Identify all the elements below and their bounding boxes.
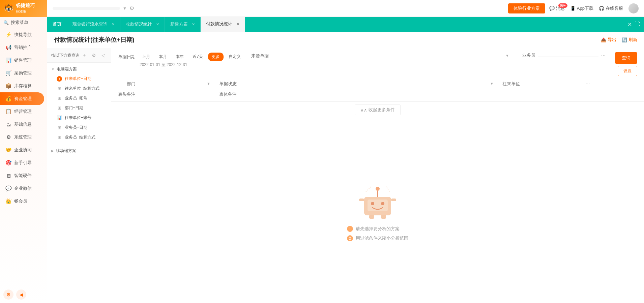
address-bar[interactable] bbox=[53, 7, 120, 10]
tab-new-scheme-label: 新建方案 bbox=[170, 21, 188, 27]
settings-btn[interactable]: 设置 bbox=[618, 66, 637, 76]
doc-status-arrow-icon: ▼ bbox=[490, 82, 494, 86]
partner-input[interactable] bbox=[523, 82, 583, 85]
scheme-add-btn[interactable]: ＋ bbox=[81, 52, 88, 59]
scheme-item-salesman-account[interactable]: ⊞ 业务员+账号 bbox=[47, 93, 111, 103]
sidebar-item-label: 快捷导航 bbox=[14, 32, 32, 38]
sidebar-item-sales[interactable]: 📊 销售管理 bbox=[0, 54, 47, 67]
tab-bank-flow[interactable]: 现金银行流水查询 ✕ bbox=[67, 17, 120, 32]
scheme-item-partner-settle[interactable]: ⊞ 往来单位+结算方式 bbox=[47, 84, 111, 93]
sidebar-item-label: 智能硬件 bbox=[14, 173, 32, 179]
user-avatar[interactable] bbox=[628, 3, 639, 13]
salesman-date-icon: ⊞ bbox=[57, 125, 62, 130]
date-buttons-row: 上月 本月 本年 近7天 更多 自定义 bbox=[138, 52, 244, 61]
sidebar-item-enterprise[interactable]: 🤝 企业协同 bbox=[0, 144, 47, 156]
date-this-month-btn[interactable]: 本月 bbox=[155, 52, 171, 61]
app-download-btn[interactable]: 📱 App下载 bbox=[570, 5, 593, 11]
page-title: 付款情况统计(往来单位+日期) bbox=[54, 36, 135, 44]
scheme-item-partner-date[interactable]: ● 往来单位+日期 bbox=[47, 74, 111, 84]
scheme-item-salesman-date[interactable]: ⊞ 业务员+日期 bbox=[47, 123, 111, 132]
collapse-btn[interactable]: ∧∧ 收起更多条件 bbox=[355, 104, 401, 115]
sidebar-item-label: 新手引导 bbox=[14, 160, 32, 166]
app-icon: 📱 bbox=[570, 6, 576, 11]
empty-hints: 1 请先选择要分析的方案 2 用过滤条件来缩小分析范围 bbox=[347, 226, 408, 241]
scheme-panel-header: 按以下方案查询 ＋ ⚙ ◁ bbox=[47, 48, 111, 63]
sidebar-item-finance[interactable]: 💰 资金管理 bbox=[0, 92, 44, 105]
tab-maximize-btn[interactable]: ⛶ bbox=[635, 21, 640, 27]
export-btn[interactable]: 📤 导出 bbox=[601, 37, 616, 43]
dept-date-icon: ⊞ bbox=[57, 105, 62, 111]
empty-hint-2: 2 用过滤条件来缩小分析范围 bbox=[347, 235, 408, 241]
salesperson-label: 业务员 bbox=[518, 52, 535, 58]
message-btn[interactable]: 💬 消息 99+ bbox=[549, 5, 565, 11]
date-last-month-btn[interactable]: 上月 bbox=[138, 52, 154, 61]
date-this-year-btn[interactable]: 本年 bbox=[172, 52, 187, 61]
scheme-settings-btn[interactable]: ⚙ bbox=[90, 52, 97, 59]
dept-select[interactable]: ▼ bbox=[138, 80, 212, 87]
body-notes-input[interactable] bbox=[239, 93, 496, 96]
sidebar-item-inventory[interactable]: 📦 库存核算 bbox=[0, 80, 47, 92]
sidebar-item-operation[interactable]: 📋 经营管理 bbox=[0, 105, 47, 118]
refresh-btn[interactable]: 🔄 刷新 bbox=[622, 37, 637, 43]
sidebar-search[interactable]: 🔍 搜索菜单 bbox=[0, 17, 47, 28]
header-notes-input[interactable] bbox=[138, 93, 212, 96]
tab-new-scheme[interactable]: 新建方案 ✕ bbox=[165, 17, 201, 32]
topbar-settings-icon[interactable]: ⚙ bbox=[129, 5, 134, 11]
sidebar-settings-btn[interactable]: ⚙ bbox=[3, 290, 13, 300]
scheme-group-mobile-header[interactable]: ▶ 移动端方案 bbox=[47, 146, 111, 155]
mobile-group-label: 移动端方案 bbox=[56, 148, 76, 154]
source-doc-select[interactable]: ▼ bbox=[271, 52, 511, 59]
empty-illustration bbox=[357, 180, 398, 220]
tab-home[interactable]: 首页 bbox=[47, 17, 67, 32]
svg-rect-7 bbox=[391, 199, 396, 201]
scheme-group-desktop-header[interactable]: ▼ 电脑端方案 bbox=[47, 65, 111, 74]
sidebar-item-marketing[interactable]: 📢 营销推广 bbox=[0, 41, 47, 54]
sidebar-item-label: 基础信息 bbox=[14, 121, 32, 127]
salesperson-input[interactable] bbox=[538, 54, 598, 57]
wechat-icon: 💬 bbox=[5, 185, 11, 191]
tab-receipt-stats-close[interactable]: ✕ bbox=[156, 22, 159, 27]
sidebar-item-purchase[interactable]: 🛒 采购管理 bbox=[0, 67, 47, 80]
doc-status-select[interactable]: ▼ bbox=[239, 80, 496, 87]
scheme-collapse-panel-btn[interactable]: ◁ bbox=[99, 52, 107, 59]
partner-settle-icon: ⊞ bbox=[57, 86, 62, 91]
tab-new-scheme-close[interactable]: ✕ bbox=[192, 22, 195, 27]
tab-receipt-stats[interactable]: 收款情况统计 ✕ bbox=[120, 17, 165, 32]
refresh-label: 刷新 bbox=[628, 37, 637, 43]
tabbar: 首页 现金银行流水查询 ✕ 收款情况统计 ✕ 新建方案 ✕ 付款情况统计 ✕ ✕… bbox=[47, 17, 644, 32]
sidebar-item-quick-nav[interactable]: ⚡ 快捷导航 bbox=[0, 28, 47, 41]
salesperson-dots-btn[interactable]: ··· bbox=[601, 52, 606, 58]
sidebar-item-basic-info[interactable]: 🗂 基础信息 bbox=[0, 118, 47, 131]
scheme-item-label: 往来单位+结算方式 bbox=[65, 86, 99, 91]
sidebar-item-label: 采购管理 bbox=[14, 70, 32, 76]
partner-dots-btn[interactable]: ··· bbox=[586, 81, 590, 87]
tab-close-all-btn[interactable]: ✕ bbox=[627, 21, 632, 28]
sidebar-item-system[interactable]: ⚙ 系统管理 bbox=[0, 131, 47, 144]
scheme-item-label: 往来单位+账号 bbox=[65, 115, 91, 121]
query-btn[interactable]: 查询 bbox=[615, 52, 637, 64]
tab-payment-stats-close[interactable]: ✕ bbox=[236, 22, 239, 26]
sidebar-item-hardware[interactable]: 🖥 智能硬件 bbox=[0, 169, 47, 182]
svg-point-2 bbox=[371, 202, 374, 205]
scheme-header-label: 按以下方案查询 bbox=[51, 53, 80, 58]
export-icon: 📤 bbox=[601, 37, 606, 42]
scheme-item-partner-account[interactable]: 📊 往来单位+账号 bbox=[47, 113, 111, 123]
service-btn[interactable]: 🎧 在线客服 bbox=[599, 5, 623, 11]
scheme-item-salesman-settle[interactable]: ⊞ 业务员+结算方式 bbox=[47, 132, 111, 142]
tab-bank-flow-close[interactable]: ✕ bbox=[112, 22, 115, 27]
sidebar-item-guide[interactable]: 🎯 新手引导 bbox=[0, 156, 47, 169]
body-notes-label: 表体备注 bbox=[219, 91, 237, 97]
date-custom-btn[interactable]: 自定义 bbox=[225, 52, 244, 61]
industry-btn[interactable]: 体验行业方案 bbox=[508, 3, 545, 13]
sidebar-item-wechat[interactable]: 💬 企业微信 bbox=[0, 182, 47, 195]
scheme-item-dept-date[interactable]: ⊞ 部门+日期 bbox=[47, 103, 111, 113]
tab-payment-stats[interactable]: 付款情况统计 ✕ bbox=[201, 17, 245, 32]
sidebar-collapse-btn[interactable]: ◀ bbox=[16, 290, 26, 300]
date-more-btn[interactable]: 更多 bbox=[208, 53, 224, 61]
sidebar-logo-name: 畅捷通巧 bbox=[16, 3, 35, 9]
sidebar-item-label: 畅会员 bbox=[14, 198, 27, 204]
basic-info-icon: 🗂 bbox=[5, 121, 11, 127]
topbar-dropdown-icon[interactable]: ▼ bbox=[123, 6, 127, 11]
sidebar-item-member[interactable]: 👑 畅会员 bbox=[0, 195, 47, 208]
date-last7-btn[interactable]: 近7天 bbox=[189, 52, 207, 61]
